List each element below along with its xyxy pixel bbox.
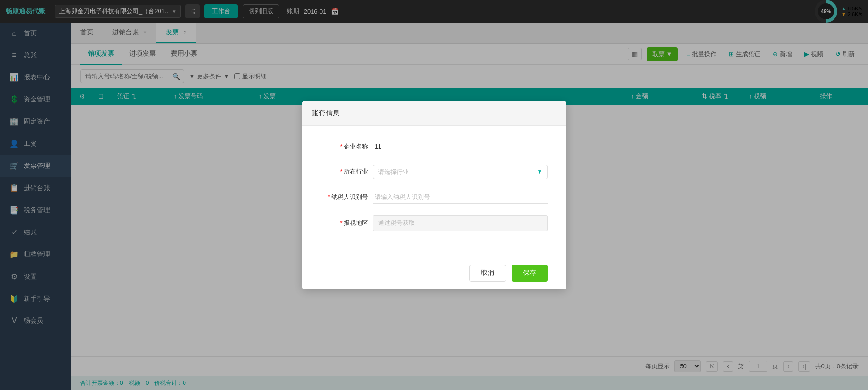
required-star-3: *	[328, 193, 330, 200]
label-company-name: *企业名称	[321, 142, 368, 151]
company-name-input[interactable]	[373, 140, 548, 153]
modal-title: 账套信息	[312, 109, 340, 117]
tax-region-display: 通过税号获取	[373, 215, 548, 231]
modal-body: *企业名称 *所在行业 请选择行业 ▼ *纳税人识别号	[302, 126, 566, 257]
form-row-tax-region: *报税地区 通过税号获取	[321, 215, 548, 231]
industry-select-wrap: 请选择行业 ▼	[373, 165, 548, 179]
save-button[interactable]: 保存	[512, 265, 548, 282]
form-row-company-name: *企业名称	[321, 140, 548, 153]
label-tax-region: *报税地区	[321, 219, 368, 227]
required-star-1: *	[340, 143, 342, 150]
cancel-button[interactable]: 取消	[469, 265, 506, 282]
form-row-industry: *所在行业 请选择行业 ▼	[321, 165, 548, 179]
modal-footer: 取消 保存	[302, 257, 566, 289]
required-star-2: *	[340, 168, 342, 175]
form-row-tax-id: *纳税人识别号	[321, 191, 548, 204]
tax-id-input[interactable]	[373, 191, 548, 204]
account-info-modal: 账套信息 *企业名称 *所在行业 请选择行业 ▼	[302, 101, 566, 289]
label-industry: *所在行业	[321, 167, 368, 176]
label-tax-id: *纳税人识别号	[321, 193, 368, 201]
required-star-4: *	[340, 219, 342, 226]
industry-select[interactable]: 请选择行业	[373, 165, 548, 179]
modal-header: 账套信息	[302, 101, 566, 126]
modal-overlay[interactable]: 账套信息 *企业名称 *所在行业 请选择行业 ▼	[0, 0, 868, 390]
